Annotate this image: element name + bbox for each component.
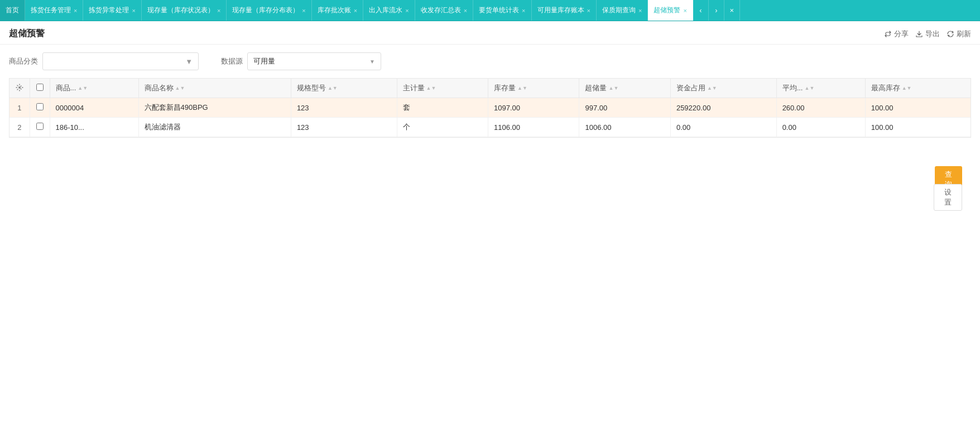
cell-spec: 123 bbox=[291, 98, 397, 118]
tab-home[interactable]: 首页 bbox=[0, 0, 25, 21]
refresh-button[interactable]: 刷新 bbox=[947, 29, 971, 39]
select-all-checkbox[interactable] bbox=[36, 84, 44, 91]
export-button[interactable]: 导出 bbox=[915, 29, 940, 39]
tab-inout-flow[interactable]: 出入库流水 × bbox=[363, 0, 415, 21]
header-actions: 分享 导出 刷新 bbox=[884, 29, 971, 39]
gear-icon bbox=[16, 84, 23, 91]
tab-task-mgmt[interactable]: 拣货任务管理 × bbox=[25, 0, 83, 21]
close-tab-available-account[interactable]: × bbox=[587, 7, 590, 14]
cell-unit: 个 bbox=[397, 118, 488, 137]
svg-point-0 bbox=[18, 86, 21, 89]
row-checkbox-cell bbox=[30, 98, 50, 118]
data-table-wrapper: 商品... ▲▼ 商品名称 ▲▼ 规格型号 ▲▼ bbox=[9, 78, 971, 138]
close-tab-quality-check[interactable]: × bbox=[638, 7, 642, 14]
chevron-down-icon: ▼ bbox=[185, 57, 193, 66]
cell-max-stock: 100.00 bbox=[865, 98, 971, 118]
datasource-value: 可用量 bbox=[253, 56, 275, 66]
th-product-code[interactable]: 商品... ▲▼ bbox=[50, 79, 138, 98]
top-navigation: 首页 拣货任务管理 × 拣货异常处理 × 现存量（库存状况表） × 现存量（库存… bbox=[0, 0, 980, 21]
th-unit[interactable]: 主计量 ▲▼ bbox=[397, 79, 488, 98]
cell-capital: 259220.00 bbox=[670, 98, 776, 118]
close-tab-collect-summary[interactable]: × bbox=[464, 7, 467, 14]
row-checkbox[interactable] bbox=[36, 123, 44, 130]
cell-avg: 0.00 bbox=[776, 118, 865, 137]
cell-stock: 1106.00 bbox=[488, 118, 579, 137]
refresh-icon bbox=[947, 30, 954, 38]
tab-abnormal[interactable]: 拣货异常处理 × bbox=[83, 0, 141, 21]
cell-product-code: 186-10... bbox=[50, 118, 138, 137]
th-max-stock[interactable]: 最高库存 ▲▼ bbox=[865, 79, 971, 98]
tab-quality-check[interactable]: 保质期查询 × bbox=[597, 0, 648, 21]
row-checkbox[interactable] bbox=[36, 103, 44, 110]
cell-spec: 123 bbox=[291, 118, 397, 137]
data-table: 商品... ▲▼ 商品名称 ▲▼ 规格型号 ▲▼ bbox=[9, 79, 971, 137]
th-gear bbox=[9, 79, 30, 98]
cell-product-code: 0000004 bbox=[50, 98, 138, 118]
cell-product-name: 机油滤清器 bbox=[138, 118, 291, 137]
row-number: 2 bbox=[9, 118, 30, 137]
nav-arrow-close[interactable]: × bbox=[724, 0, 740, 21]
row-checkbox-cell bbox=[30, 118, 50, 137]
th-checkbox bbox=[30, 79, 50, 98]
th-stock[interactable]: 库存量 ▲▼ bbox=[488, 79, 579, 98]
close-tab-abnormal[interactable]: × bbox=[132, 7, 135, 14]
cell-capital: 0.00 bbox=[670, 118, 776, 137]
cell-max-stock: 100.00 bbox=[865, 118, 971, 137]
datasource-chevron-icon: ▼ bbox=[369, 59, 375, 65]
tab-overstock-warning[interactable]: 超储预警 × bbox=[648, 0, 693, 21]
datasource-filter: 数据源 可用量 ▼ bbox=[221, 52, 381, 70]
cell-overstock: 1006.00 bbox=[579, 118, 670, 137]
datasource-select[interactable]: 可用量 ▼ bbox=[247, 52, 381, 70]
table-row: 1 0000004 六配套新昌490BPG 123 套 1097.00 997.… bbox=[9, 98, 971, 118]
main-content: 超储预警 分享 导出 刷新 商品 bbox=[0, 21, 980, 446]
settings-button[interactable]: 设置 bbox=[934, 184, 962, 211]
close-tab-overstock-warning[interactable]: × bbox=[683, 7, 686, 14]
th-capital[interactable]: 资金占用 ▲▼ bbox=[670, 79, 776, 98]
tab-order-stats[interactable]: 要货单统计表 × bbox=[473, 0, 531, 21]
tab-stock-status[interactable]: 现存量（库存状况表） × bbox=[142, 0, 227, 21]
page-header: 超储预警 分享 导出 刷新 bbox=[0, 21, 980, 45]
nav-arrow-right[interactable]: › bbox=[709, 0, 724, 21]
export-icon bbox=[915, 30, 923, 38]
category-select[interactable]: ▼ bbox=[42, 52, 199, 70]
close-tab-batch-account[interactable]: × bbox=[354, 7, 357, 14]
table-header-row: 商品... ▲▼ 商品名称 ▲▼ 规格型号 ▲▼ bbox=[9, 79, 971, 98]
table-row: 2 186-10... 机油滤清器 123 个 1106.00 1006.00 … bbox=[9, 118, 971, 137]
tab-available-account[interactable]: 可用量库存账本 × bbox=[532, 0, 597, 21]
category-label: 商品分类 bbox=[9, 56, 38, 66]
cell-unit: 套 bbox=[397, 98, 488, 118]
th-overstock[interactable]: 超储量 ▲▼ bbox=[579, 79, 670, 98]
row-number: 1 bbox=[9, 98, 30, 118]
close-tab-stock-status[interactable]: × bbox=[217, 7, 220, 14]
cell-avg: 260.00 bbox=[776, 98, 865, 118]
page-title: 超储预警 bbox=[9, 28, 45, 40]
cell-stock: 1097.00 bbox=[488, 98, 579, 118]
close-tab-stock-dist[interactable]: × bbox=[302, 7, 305, 14]
cell-overstock: 997.00 bbox=[579, 98, 670, 118]
cell-product-name: 六配套新昌490BPG bbox=[138, 98, 291, 118]
th-product-name[interactable]: 商品名称 ▲▼ bbox=[138, 79, 291, 98]
category-filter: 商品分类 ▼ bbox=[9, 52, 199, 70]
tab-stock-dist[interactable]: 现存量（库存分布表） × bbox=[227, 0, 311, 21]
th-spec[interactable]: 规格型号 ▲▼ bbox=[291, 79, 397, 98]
share-button[interactable]: 分享 bbox=[884, 29, 909, 39]
close-tab-inout-flow[interactable]: × bbox=[405, 7, 409, 14]
share-icon bbox=[884, 30, 892, 38]
nav-arrow-left[interactable]: ‹ bbox=[693, 0, 709, 21]
th-avg[interactable]: 平均... ▲▼ bbox=[776, 79, 865, 98]
datasource-label: 数据源 bbox=[221, 56, 243, 66]
tab-batch-account[interactable]: 库存批次账 × bbox=[312, 0, 363, 21]
tab-collect-summary[interactable]: 收发存汇总表 × bbox=[415, 0, 473, 21]
filter-area: 商品分类 ▼ 数据源 可用量 ▼ bbox=[0, 45, 980, 78]
close-tab-task-mgmt[interactable]: × bbox=[74, 7, 77, 14]
close-tab-order-stats[interactable]: × bbox=[522, 7, 525, 14]
